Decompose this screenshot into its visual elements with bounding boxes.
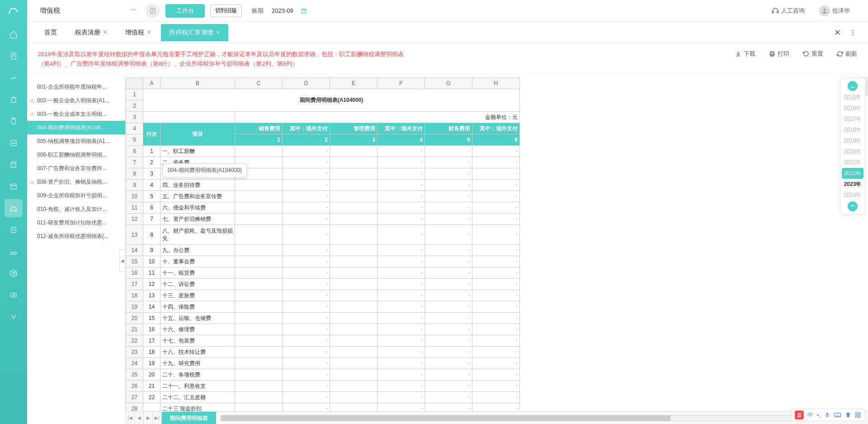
row-item[interactable]: 十、董事会费 (160, 256, 235, 267)
row-num[interactable]: 17 (143, 335, 160, 347)
cell[interactable]: * (425, 290, 472, 301)
cell[interactable] (235, 245, 283, 256)
cell[interactable] (235, 301, 283, 313)
row-num[interactable]: 16 (143, 324, 160, 335)
cell[interactable]: * (472, 279, 520, 290)
cell[interactable] (330, 202, 377, 214)
cell[interactable]: * (377, 256, 425, 267)
cell[interactable]: * (283, 168, 330, 180)
cell[interactable] (330, 358, 377, 369)
cell[interactable] (330, 313, 377, 324)
cell[interactable] (235, 335, 283, 347)
cell[interactable] (235, 191, 283, 202)
cell[interactable]: * (425, 191, 472, 202)
workbench-button[interactable]: 工作台 (165, 4, 205, 18)
cell[interactable]: * (283, 180, 330, 191)
row-num[interactable]: 14 (143, 301, 160, 313)
cell[interactable] (235, 358, 283, 369)
cell[interactable]: * (472, 335, 520, 347)
cell[interactable] (330, 369, 377, 381)
old-version-button[interactable]: 切到旧版 (210, 5, 242, 17)
year-2024年[interactable]: 2024年 (842, 190, 863, 200)
nav-report-icon[interactable] (5, 134, 23, 152)
close-all-tabs-icon[interactable]: ✕ (830, 28, 845, 38)
row-item[interactable]: 二十一、利息收支 (160, 381, 235, 392)
nav-calendar-icon[interactable] (5, 177, 23, 195)
sheet-nav-next-icon[interactable]: ▶ (144, 412, 153, 424)
cell[interactable] (330, 290, 377, 301)
cell[interactable]: * (425, 324, 472, 335)
cell[interactable]: * (472, 256, 520, 267)
tabs-more-icon[interactable]: ⁝ (847, 28, 859, 38)
tab-1[interactable]: 税表清册✕ (67, 24, 115, 41)
nav-template-icon[interactable] (5, 156, 23, 174)
cell[interactable]: * (472, 157, 520, 168)
year-2018年[interactable]: 2018年 (842, 124, 863, 135)
cell[interactable]: * (377, 245, 425, 256)
cell[interactable] (235, 290, 283, 301)
cell[interactable] (235, 324, 283, 335)
cell[interactable]: * (283, 369, 330, 381)
tab-0[interactable]: 首页 (36, 24, 65, 41)
cell[interactable]: * (472, 381, 520, 392)
cell[interactable]: * (283, 279, 330, 290)
nav-video-icon[interactable] (5, 286, 23, 304)
cell[interactable]: * (377, 369, 425, 381)
cell[interactable]: * (425, 381, 472, 392)
cell[interactable]: * (283, 290, 330, 301)
cell[interactable]: * (425, 146, 472, 157)
cell[interactable] (330, 146, 377, 157)
row-item[interactable]: 四、业务招待费 (160, 180, 235, 191)
year-up-icon[interactable]: ︽ (848, 81, 858, 91)
col-D[interactable]: D (283, 78, 330, 89)
cell[interactable] (330, 279, 377, 290)
row-item[interactable]: 十一、租赁费 (160, 267, 235, 279)
row-num[interactable]: 7 (143, 214, 160, 225)
cell[interactable]: * (377, 381, 425, 392)
row-item[interactable]: 七、资产折旧摊销费 (160, 214, 235, 225)
cell[interactable]: * (425, 347, 472, 358)
row-item[interactable]: 九、办公费 (160, 245, 235, 256)
cell[interactable] (235, 202, 283, 214)
cell[interactable]: * (425, 168, 472, 180)
cell[interactable]: * (425, 313, 472, 324)
cell[interactable] (330, 191, 377, 202)
row-num[interactable]: 19 (143, 358, 160, 369)
cell[interactable]: * (377, 290, 425, 301)
col-H[interactable]: H (472, 78, 520, 89)
refresh-button[interactable]: 刷新 (837, 50, 857, 58)
cell[interactable]: * (283, 381, 330, 392)
cell[interactable]: * (425, 256, 472, 267)
row-item[interactable]: 十五、运输、仓储费 (160, 313, 235, 324)
cell[interactable]: * (472, 146, 520, 157)
cell[interactable]: * (472, 358, 520, 369)
tax-type-select[interactable]: 增值税 ﹀ (36, 4, 140, 18)
cell[interactable]: * (283, 347, 330, 358)
row-item[interactable]: 六、佣金和手续费 (160, 202, 235, 214)
cell[interactable]: * (472, 392, 520, 403)
cell[interactable]: * (425, 225, 472, 245)
nav-tax-icon[interactable] (5, 199, 23, 217)
period-value[interactable]: 2023-09 (272, 7, 293, 14)
row-num[interactable]: 21 (143, 381, 160, 392)
row-num[interactable]: 2 (143, 157, 160, 168)
cell[interactable] (235, 403, 283, 412)
cell[interactable]: * (283, 157, 330, 168)
year-2016年[interactable]: 2016年 (842, 103, 863, 114)
cell[interactable] (235, 279, 283, 290)
cell[interactable]: * (283, 358, 330, 369)
doc-item-1[interactable]: ⚠002-一般企业收入明细表(A1... (27, 94, 125, 107)
ime-skin-icon[interactable] (845, 412, 851, 418)
cell[interactable]: * (283, 225, 330, 245)
cell[interactable]: * (377, 267, 425, 279)
cell[interactable]: * (377, 335, 425, 347)
cell[interactable]: * (377, 279, 425, 290)
cell[interactable]: * (377, 191, 425, 202)
sheet-nav-first-icon[interactable]: |◀ (126, 412, 135, 424)
cell[interactable]: * (283, 301, 330, 313)
cell[interactable]: * (425, 180, 472, 191)
cell[interactable]: * (472, 214, 520, 225)
col-G[interactable]: G (425, 78, 472, 89)
cell[interactable]: * (283, 202, 330, 214)
horizontal-scrollbar[interactable] (221, 415, 863, 421)
